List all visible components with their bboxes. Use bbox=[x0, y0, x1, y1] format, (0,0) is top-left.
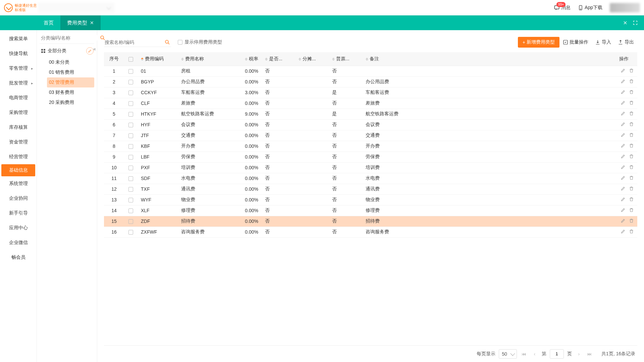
edit-icon[interactable] bbox=[621, 79, 626, 84]
category-item-2[interactable]: 02 管理费用 bbox=[47, 77, 94, 87]
edit-icon[interactable] bbox=[621, 122, 626, 127]
category-item-4[interactable]: 20 采购费用 bbox=[47, 98, 94, 108]
delete-icon[interactable] bbox=[629, 229, 634, 234]
next-page-icon[interactable]: › bbox=[575, 350, 583, 358]
table-row[interactable]: 101房租0.00%否否 bbox=[104, 66, 637, 76]
cell-checkbox[interactable] bbox=[124, 109, 138, 119]
messages-link[interactable]: 99+ 消息 bbox=[554, 5, 571, 11]
app-download-link[interactable]: App下载 bbox=[578, 5, 602, 11]
edit-icon[interactable] bbox=[621, 165, 626, 170]
batch-action-button[interactable]: 批量操作 bbox=[559, 37, 592, 48]
col-seq[interactable]: 序号 bbox=[104, 52, 124, 66]
close-icon[interactable]: ✕ bbox=[90, 20, 94, 25]
edit-icon[interactable] bbox=[621, 197, 626, 202]
edit-icon[interactable] bbox=[621, 218, 626, 223]
sidebar-item-15[interactable]: 畅会员 bbox=[0, 250, 37, 265]
col-name[interactable]: 费用名称 bbox=[178, 52, 231, 66]
sidebar-item-10[interactable]: 系统管理 bbox=[0, 176, 37, 191]
cell-checkbox[interactable] bbox=[124, 76, 138, 87]
category-item-1[interactable]: 01 销售费用 bbox=[47, 67, 94, 77]
col-deductible[interactable]: 是否... bbox=[262, 52, 295, 66]
page-input[interactable] bbox=[550, 349, 564, 359]
cell-checkbox[interactable] bbox=[124, 227, 138, 237]
category-search-input[interactable] bbox=[41, 35, 100, 41]
table-row[interactable]: 12TXF通讯费0.00%否否通讯费 bbox=[104, 184, 637, 194]
cell-checkbox[interactable] bbox=[124, 152, 138, 162]
edit-icon[interactable] bbox=[621, 154, 626, 159]
delete-icon[interactable] bbox=[629, 79, 634, 84]
sidebar-item-9[interactable]: 基础信息 bbox=[1, 164, 35, 176]
sidebar-item-1[interactable]: 快捷导航 bbox=[0, 46, 37, 61]
edit-icon[interactable] bbox=[621, 143, 626, 148]
table-row[interactable]: 15ZDF招待费0.00%否否招待费 bbox=[104, 216, 637, 227]
cell-checkbox[interactable] bbox=[124, 98, 138, 109]
sidebar-item-8[interactable]: 经营管理 bbox=[0, 149, 37, 164]
delete-icon[interactable] bbox=[629, 175, 634, 180]
col-allocation[interactable]: 分摊... bbox=[295, 52, 329, 66]
sidebar-item-2[interactable]: 零售管理▸ bbox=[0, 61, 37, 76]
fullscreen-icon[interactable] bbox=[632, 19, 639, 26]
table-row[interactable]: 10PXF培训费0.00%否否培训费 bbox=[104, 162, 637, 173]
delete-icon[interactable] bbox=[629, 154, 634, 159]
edit-icon[interactable] bbox=[621, 229, 626, 234]
sidebar-item-12[interactable]: 新手引导 bbox=[0, 206, 37, 221]
delete-icon[interactable] bbox=[629, 218, 634, 223]
sidebar-item-7[interactable]: 资金管理 bbox=[0, 135, 37, 149]
search-icon[interactable] bbox=[164, 39, 170, 45]
col-check-all[interactable] bbox=[124, 52, 138, 66]
business-selector[interactable] bbox=[38, 2, 115, 13]
table-row[interactable]: 16ZXFWF咨询服务费0.00%否否咨询服务费 bbox=[104, 227, 637, 237]
table-row[interactable]: 8KBF开办费0.00%否否开办费 bbox=[104, 141, 637, 152]
delete-icon[interactable] bbox=[629, 100, 634, 105]
delete-icon[interactable] bbox=[629, 207, 634, 213]
sidebar-item-14[interactable]: 企业微信 bbox=[0, 235, 37, 250]
sidebar-item-13[interactable]: 应用中心 bbox=[0, 221, 37, 235]
tab-close-all-icon[interactable] bbox=[622, 19, 629, 26]
col-rate[interactable]: 税率 bbox=[231, 52, 262, 66]
sidebar-item-6[interactable]: 库存核算 bbox=[0, 120, 37, 135]
search-icon[interactable] bbox=[100, 35, 106, 41]
user-avatar[interactable] bbox=[610, 3, 640, 12]
show-disabled-checkbox[interactable]: 显示停用费用类型 bbox=[178, 39, 222, 45]
table-row[interactable]: 11SDF水电费0.00%否否水电费 bbox=[104, 173, 637, 184]
collapse-panel-icon[interactable]: « bbox=[92, 45, 98, 53]
sidebar-item-11[interactable]: 企业协同 bbox=[0, 191, 37, 206]
cell-checkbox[interactable] bbox=[124, 205, 138, 216]
delete-icon[interactable] bbox=[629, 165, 634, 170]
sidebar-item-5[interactable]: 采购管理 bbox=[0, 105, 37, 120]
delete-icon[interactable] bbox=[629, 143, 634, 148]
per-page-select[interactable]: 50 bbox=[499, 349, 517, 359]
delete-icon[interactable] bbox=[629, 197, 634, 202]
table-row[interactable]: 9LBF劳保费0.00%否否劳保费 bbox=[104, 152, 637, 162]
add-fee-type-button[interactable]: + 新增费用类型 bbox=[518, 37, 559, 48]
table-row[interactable]: 4CLF差旅费0.00%否否差旅费 bbox=[104, 98, 637, 109]
table-row[interactable]: 6HYF会议费0.00%否否会议费 bbox=[104, 119, 637, 130]
delete-icon[interactable] bbox=[629, 89, 634, 95]
prev-page-icon[interactable]: ‹ bbox=[531, 350, 538, 358]
table-row[interactable]: 13WYF物业费0.00%否否物业费 bbox=[104, 194, 637, 205]
sidebar-item-3[interactable]: 批发管理▸ bbox=[0, 76, 37, 90]
edit-icon[interactable] bbox=[621, 186, 626, 191]
col-remark[interactable]: 备注 bbox=[362, 52, 610, 66]
cell-checkbox[interactable] bbox=[124, 194, 138, 205]
cell-checkbox[interactable] bbox=[124, 184, 138, 194]
edit-icon[interactable] bbox=[621, 111, 626, 116]
sidebar-item-4[interactable]: 电商管理 bbox=[0, 90, 37, 105]
edit-icon[interactable] bbox=[621, 132, 626, 137]
table-row[interactable]: 14XLF修理费0.00%否否修理费 bbox=[104, 205, 637, 216]
sidebar-item-0[interactable]: 搜索菜单 bbox=[0, 32, 37, 46]
edit-icon[interactable] bbox=[621, 175, 626, 180]
category-all[interactable]: 全部分类 bbox=[40, 44, 94, 57]
delete-icon[interactable] bbox=[629, 186, 634, 191]
delete-icon[interactable] bbox=[629, 111, 634, 116]
edit-icon[interactable] bbox=[621, 100, 626, 105]
delete-icon[interactable] bbox=[629, 132, 634, 137]
first-page-icon[interactable]: ⏮ bbox=[520, 350, 528, 358]
col-invoice[interactable]: 普票... bbox=[329, 52, 362, 66]
cell-checkbox[interactable] bbox=[124, 119, 138, 130]
edit-icon[interactable] bbox=[621, 207, 626, 213]
table-row[interactable]: 2BGYP办公用品费0.00%否否办公用品费 bbox=[104, 76, 637, 87]
cell-checkbox[interactable] bbox=[124, 87, 138, 98]
category-item-3[interactable]: 03 财务费用 bbox=[47, 87, 94, 98]
import-button[interactable]: 导入 bbox=[592, 37, 614, 48]
